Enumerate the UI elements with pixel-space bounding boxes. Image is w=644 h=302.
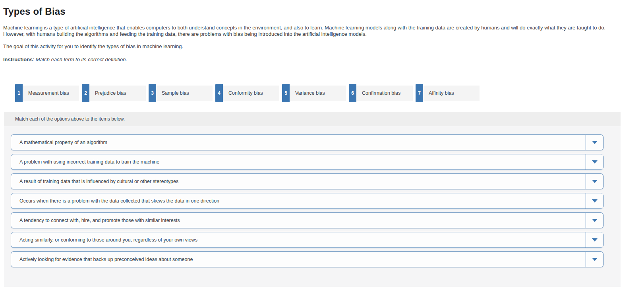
- match-item-text: Actively looking for evidence that backs…: [11, 252, 586, 267]
- term-number-badge: 3: [149, 84, 156, 102]
- dropdown-toggle-button[interactable]: [586, 174, 603, 189]
- term-chip-variance-bias: 5 Variance bias: [282, 84, 346, 102]
- match-item-text: Occurs when there is a problem with the …: [11, 193, 586, 208]
- match-item-text: A result of training data that is influe…: [11, 174, 586, 189]
- match-item-text: Acting similarly, or conforming to those…: [11, 232, 586, 247]
- term-number-badge: 1: [15, 84, 23, 102]
- term-number-badge: 4: [215, 84, 223, 102]
- match-row-4[interactable]: Occurs when there is a problem with the …: [11, 193, 603, 209]
- page-title: Types of Bias: [3, 6, 644, 17]
- chevron-down-icon: [592, 258, 598, 261]
- match-row-1[interactable]: A mathematical property of an algorithm: [11, 134, 603, 150]
- matching-panel: Match each of the options above to the i…: [4, 112, 621, 287]
- match-row-3[interactable]: A result of training data that is influe…: [11, 173, 603, 189]
- instructions-text: Match each term to its correct definitio…: [36, 57, 127, 62]
- dropdown-toggle-button[interactable]: [586, 135, 603, 150]
- term-number-badge: 7: [416, 84, 423, 102]
- terms-row: 1 Measurement bias 2 Prejudice bias 3 Sa…: [15, 84, 644, 102]
- chevron-down-icon: [592, 199, 598, 203]
- dropdown-toggle-button[interactable]: [586, 154, 603, 170]
- term-label: Measurement bias: [23, 86, 79, 101]
- matching-panel-body: A mathematical property of an algorithm …: [4, 126, 621, 287]
- term-label: Confirmation bias: [356, 86, 413, 101]
- intro-paragraph: Machine learning is a type of artificial…: [3, 25, 612, 37]
- term-chip-sample-bias: 3 Sample bias: [149, 84, 213, 102]
- match-row-6[interactable]: Acting similarly, or conforming to those…: [11, 232, 603, 248]
- dropdown-toggle-button[interactable]: [586, 232, 603, 247]
- match-item-text: A mathematical property of an algorithm: [11, 135, 586, 150]
- dropdown-toggle-button[interactable]: [586, 213, 603, 228]
- term-label: Variance bias: [290, 86, 346, 101]
- term-label: Sample bias: [156, 86, 213, 101]
- chevron-down-icon: [592, 219, 598, 222]
- term-chip-affinity-bias: 7 Affinity bias: [416, 84, 480, 102]
- dropdown-toggle-button[interactable]: [586, 193, 603, 208]
- match-row-5[interactable]: A tendency to connect with, hire, and pr…: [11, 212, 603, 228]
- match-item-text: A tendency to connect with, hire, and pr…: [11, 213, 586, 228]
- term-number-badge: 6: [349, 84, 356, 102]
- term-chip-confirmation-bias: 6 Confirmation bias: [349, 84, 413, 102]
- term-label: Affinity bias: [423, 86, 480, 101]
- matching-prompt: Match each of the options above to the i…: [15, 116, 125, 122]
- activity-page: Types of Bias Machine learning is a type…: [0, 0, 644, 302]
- match-row-7[interactable]: Actively looking for evidence that backs…: [11, 251, 603, 267]
- term-number-badge: 2: [82, 84, 89, 102]
- chevron-down-icon: [592, 180, 598, 183]
- term-chip-prejudice-bias: 2 Prejudice bias: [82, 84, 146, 102]
- term-label: Conformity bias: [223, 86, 279, 101]
- instructions-separator: :: [33, 57, 35, 62]
- goal-paragraph: The goal of this activity for you to ide…: [3, 43, 641, 50]
- term-chip-conformity-bias: 4 Conformity bias: [215, 84, 279, 102]
- chevron-down-icon: [592, 238, 598, 242]
- chevron-down-icon: [592, 160, 598, 164]
- instructions-line: Instructions: Match each term to its cor…: [3, 57, 641, 63]
- matching-panel-header: Match each of the options above to the i…: [4, 112, 621, 126]
- term-number-badge: 5: [282, 84, 290, 102]
- instructions-label: Instructions: [3, 57, 33, 62]
- term-chip-measurement-bias: 1 Measurement bias: [15, 84, 79, 102]
- match-item-text: A problem with using incorrect training …: [11, 154, 586, 170]
- dropdown-toggle-button[interactable]: [586, 252, 603, 267]
- term-label: Prejudice bias: [89, 86, 146, 101]
- match-row-2[interactable]: A problem with using incorrect training …: [11, 154, 603, 170]
- chevron-down-icon: [592, 141, 598, 144]
